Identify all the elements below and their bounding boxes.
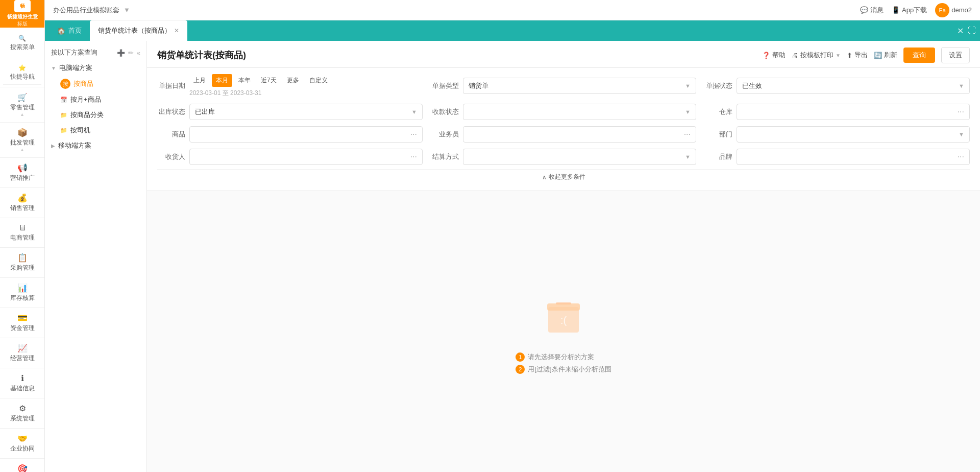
doc-type-input[interactable]: 销货单 ▼ <box>463 78 696 94</box>
brand-label: 品牌 <box>704 152 732 161</box>
refresh-button[interactable]: 🔄 刷新 <box>874 51 897 60</box>
search-menu-button[interactable]: 🔍 搜索菜单 <box>3 32 41 55</box>
collapse-panel-icon[interactable]: « <box>137 49 140 57</box>
search-button[interactable]: 查询 <box>903 48 935 63</box>
date-label: 单据日期 <box>157 81 185 90</box>
brand-dots-icon[interactable]: ··· <box>958 152 964 161</box>
top-header: 办公用品行业模拟账套 ▼ 💬 消息 📱 App下载 Ea demo2 <box>45 0 980 20</box>
product-filter-cell: 商品 ··· <box>157 126 423 143</box>
doc-type-filter-cell: 单据类型 销货单 ▼ <box>431 78 696 94</box>
edit-scheme-icon[interactable]: ✏ <box>128 49 134 57</box>
sidebar-item-purchase[interactable]: 📋 采购管理 <box>0 248 44 278</box>
recipient-input[interactable]: ··· <box>189 149 423 165</box>
doc-status-filter-cell: 单据状态 已生效 ▼ <box>704 78 970 94</box>
sidebar-item-cooperation[interactable]: 🤝 企业协同 <box>0 429 44 459</box>
close-tab-button[interactable]: ✕ <box>957 26 964 36</box>
export-icon: ⬆ <box>847 52 852 59</box>
sub-scheme-icon: 📅 <box>60 97 67 103</box>
sales-mgmt-icon: 💰 <box>17 193 28 203</box>
tab-home[interactable]: 🏠 首页 <box>49 20 90 41</box>
avatar: Ea <box>935 3 949 17</box>
purchase-icon: 📋 <box>17 253 28 263</box>
warehouse-input[interactable]: ··· <box>737 104 970 120</box>
brand-input[interactable]: ··· <box>737 149 970 165</box>
basic-icon: ℹ <box>21 373 24 383</box>
settings-button[interactable]: 设置 <box>941 47 970 63</box>
breadcrumb-chevron-icon: ▼ <box>124 6 130 14</box>
recipient-dots-icon[interactable]: ··· <box>410 152 417 161</box>
tip-number-2: 2 <box>516 365 525 374</box>
payment-method-input[interactable]: ▼ <box>463 149 696 165</box>
tab-close-icon[interactable]: ✕ <box>174 27 179 34</box>
download-icon: 📱 <box>892 6 900 14</box>
page-title: 销货单统计表(按商品) <box>157 49 246 61</box>
product-input[interactable]: ··· <box>189 126 423 143</box>
dept-filter-cell: 部门 ▼ <box>704 126 970 143</box>
search-icon: 🔍 <box>18 35 26 42</box>
warehouse-status-input[interactable]: 已出库 ▼ <box>189 104 423 120</box>
message-button[interactable]: 💬 消息 <box>860 6 884 15</box>
tree-desktop-scheme[interactable]: ▼ 电脑端方案 <box>45 60 146 76</box>
sidebar-item-wholesale[interactable]: 📦 批发管理 ▲ <box>0 123 44 158</box>
sidebar-item-retail[interactable]: 🛒 零售管理 ▲ <box>0 87 44 123</box>
export-button[interactable]: ⬆ 导出 <box>847 51 868 60</box>
tab-sales-stat[interactable]: 销货单统计表（按商品） ✕ <box>90 20 187 41</box>
empty-tip-1: 1 请先选择要分析的方案 <box>516 352 611 362</box>
payment-method-chevron-icon: ▼ <box>685 154 691 160</box>
svg-text::(: :( <box>560 315 567 326</box>
print-button[interactable]: 🖨 按模板打印 ▼ <box>792 51 841 60</box>
sidebar-item-system[interactable]: ⚙ 系统管理 <box>0 398 44 429</box>
tree-mobile-scheme[interactable]: ▶ 移动端方案 <box>45 138 146 153</box>
dept-input[interactable]: ▼ <box>737 126 970 143</box>
retail-icon: 🛒 <box>17 92 28 102</box>
maximize-button[interactable]: ⛶ <box>968 26 976 35</box>
sidebar-item-guide[interactable]: 🎯 新手引导 <box>0 459 44 472</box>
sidebar-item-operation[interactable]: 📈 经营管理 <box>0 338 44 368</box>
sidebar-item-sales-mgmt[interactable]: 💰 销售管理 <box>0 188 44 218</box>
date-this-month[interactable]: 本月 <box>212 74 232 87</box>
help-button[interactable]: ❓ 帮助 <box>762 51 786 60</box>
scheme-active-icon: 按 <box>60 79 70 89</box>
print-chevron-icon: ▼ <box>836 53 841 58</box>
tree-item-by-month-product[interactable]: 📅 按月+商品 <box>45 92 146 107</box>
app-download-button[interactable]: 📱 App下载 <box>892 6 927 15</box>
sidebar-item-basic[interactable]: ℹ 基础信息 <box>0 368 44 398</box>
page-header-actions: ❓ 帮助 🖨 按模板打印 ▼ ⬆ 导出 🔄 刷新 <box>762 47 970 63</box>
staff-dots-icon[interactable]: ··· <box>684 130 691 139</box>
doc-status-input[interactable]: 已生效 ▼ <box>737 78 970 94</box>
user-menu[interactable]: Ea demo2 <box>935 3 972 17</box>
warehouse-status-label: 出库状态 <box>157 107 185 116</box>
sidebar-item-finance[interactable]: 💳 资金管理 <box>0 308 44 338</box>
tree-item-by-category[interactable]: 📁 按商品分类 <box>45 107 146 123</box>
date-last-month[interactable]: 上月 <box>189 74 210 87</box>
product-dots-icon[interactable]: ··· <box>410 130 417 139</box>
warehouse-status-chevron-icon: ▼ <box>411 109 417 115</box>
left-panel: 按以下方案查询 ➕ ✏ « ▼ 电脑端方案 按 按商品 📅 按月+商品 <box>45 41 147 472</box>
sub-printer-icon: 📁 <box>60 127 67 134</box>
sidebar: 畅 畅捷通好生意 标版 🔍 搜索菜单 ⭐ 快捷导航 🛒 零售管理 ▲ 📦 批发管… <box>0 0 45 472</box>
date-last-7-days[interactable]: 近7天 <box>257 74 281 87</box>
sidebar-item-marketing[interactable]: 📢 营销推广 <box>0 158 44 188</box>
quick-nav-button[interactable]: ⭐ 快捷导航 <box>3 61 41 85</box>
tree-item-by-product[interactable]: 按 按商品 <box>45 76 146 92</box>
payment-status-input[interactable]: ▼ <box>463 104 696 120</box>
left-panel-header: 按以下方案查询 ➕ ✏ « <box>45 45 146 60</box>
date-custom[interactable]: 自定义 <box>305 74 332 87</box>
chevron-up-icon: ▲ <box>20 147 24 152</box>
sidebar-item-inventory[interactable]: 📊 库存核算 <box>0 278 44 308</box>
tree-arrow-icon: ▼ <box>51 65 56 71</box>
date-this-year[interactable]: 本年 <box>234 74 255 87</box>
app-logo[interactable]: 畅 畅捷通好生意 标版 <box>0 0 45 28</box>
sidebar-item-ecommerce[interactable]: 🖥 电商管理 <box>0 218 44 248</box>
tree-item-by-printer[interactable]: 📁 按司机 <box>45 123 146 138</box>
nav-icon: ⭐ <box>18 64 26 72</box>
add-scheme-icon[interactable]: ➕ <box>117 49 125 57</box>
payment-status-label: 收款状态 <box>431 107 459 116</box>
collapse-more-button[interactable]: ∧ 收起更多条件 <box>157 169 970 184</box>
staff-input[interactable]: ··· <box>463 126 696 143</box>
date-more[interactable]: 更多 <box>283 74 303 87</box>
warehouse-dots-icon[interactable]: ··· <box>958 107 964 116</box>
empty-state: :( 1 请先选择要分析的方案 2 用[过滤]条件来缩小分析范围 <box>147 191 980 472</box>
date-shortcuts: 上月 本月 本年 近7天 更多 自定义 <box>189 74 423 87</box>
payment-method-label: 结算方式 <box>431 152 459 161</box>
